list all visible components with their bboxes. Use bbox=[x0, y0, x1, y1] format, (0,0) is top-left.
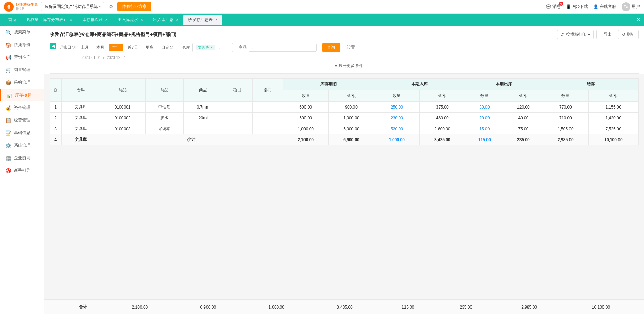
filter-area: ◀ 记账日期 上月 本月 本年 近7天 更多 bbox=[50, 43, 639, 74]
sidebar-item-finance[interactable]: 💰 资金管理 bbox=[0, 101, 44, 114]
row3-in-amt: 2,600.00 bbox=[419, 123, 465, 134]
row3-in-qty[interactable]: 520.00 bbox=[374, 123, 420, 134]
table-row: 1 文具库 0100001 中性笔 0.7mm 600.00 900.00 25… bbox=[50, 102, 639, 113]
row2-in-qty[interactable]: 230.00 bbox=[374, 113, 420, 123]
warehouse-tag-close[interactable]: × bbox=[211, 46, 213, 49]
user-menu[interactable]: Ea 用户 bbox=[622, 2, 640, 11]
expand-conditions-button[interactable]: ▾ 展开更多条件 bbox=[332, 62, 366, 70]
total-label: 合计 bbox=[61, 302, 105, 312]
subtotal-out-amt: 235.00 bbox=[504, 134, 543, 145]
subtotal-out-qty[interactable]: 115.00 bbox=[465, 134, 504, 145]
refresh-button[interactable]: ↺ 刷新 bbox=[618, 30, 639, 39]
operations-icon: 📋 bbox=[5, 118, 11, 123]
sidebar-item-enterprise[interactable]: 🏢 企业协同 bbox=[0, 152, 44, 164]
logo-tag: 标准版 bbox=[16, 7, 38, 11]
query-button[interactable]: 查询 bbox=[322, 43, 340, 52]
main-layout: 🔍 搜索菜单 🏠 快捷导航 📢 营销推广 🛒 销售管理 📦 采购管理 📊 库存核… bbox=[0, 26, 644, 314]
tab-stock-dist[interactable]: 现存量（库存分布表） × bbox=[22, 15, 77, 25]
filter-row-1: 记账日期 上月 本月 本年 近7天 更多 自定义 bbox=[59, 43, 639, 52]
row1-warehouse: 文具库 bbox=[62, 102, 100, 113]
row3-department bbox=[253, 123, 283, 134]
sidebar-item-quick-nav[interactable]: 🏠 快捷导航 bbox=[0, 38, 44, 51]
row2-out-qty[interactable]: 20.00 bbox=[465, 113, 504, 123]
row3-close-amt: 7,525.00 bbox=[588, 123, 638, 134]
date-shortcut-7days[interactable]: 近7天 bbox=[125, 44, 141, 51]
warehouse-more-icon[interactable]: ... bbox=[217, 45, 220, 50]
messages-badge: 6 bbox=[559, 2, 563, 6]
export-button[interactable]: ↑ 导出 bbox=[596, 30, 615, 39]
logo-area: 6 畅捷通好生意 标准版 bbox=[4, 2, 38, 12]
total-close-amt: 10,100.00 bbox=[563, 302, 639, 312]
print-button[interactable]: 🖨 按模板打印 ▾ bbox=[557, 30, 594, 39]
export-label: 导出 bbox=[604, 32, 612, 37]
collapse-button[interactable]: ◀ bbox=[50, 43, 56, 49]
search-icon: 🔍 bbox=[5, 30, 11, 35]
tab-inout-summary-close[interactable]: × bbox=[176, 18, 178, 22]
sidebar-item-guide[interactable]: 🎯 新手引导 bbox=[0, 164, 44, 177]
date-shortcut-more[interactable]: 更多 bbox=[143, 44, 157, 51]
tab-stock-dist-label: 现存量（库存分布表） bbox=[27, 17, 67, 23]
goods-filter-group: 商品 ... bbox=[238, 44, 317, 52]
guide-icon: 🎯 bbox=[5, 168, 11, 173]
total-out-qty: 115.00 bbox=[379, 302, 437, 312]
sidebar-item-sales[interactable]: 🛒 销售管理 bbox=[0, 64, 44, 76]
tab-recv-send[interactable]: 收发存汇总表 × bbox=[183, 15, 222, 25]
date-shortcut-this-year[interactable]: 本年 bbox=[109, 44, 123, 51]
table-header-goods-name: 商品 bbox=[145, 79, 184, 102]
table-settings-icon[interactable]: ⚙ bbox=[53, 87, 58, 93]
expand-row: ▾ 展开更多条件 bbox=[59, 62, 639, 70]
sidebar-item-basic-info[interactable]: 📝 基础信息 bbox=[0, 127, 44, 139]
sidebar-item-purchase[interactable]: 📦 采购管理 bbox=[0, 76, 44, 89]
export-icon: ↑ bbox=[600, 32, 602, 37]
tab-inout-flow-close[interactable]: × bbox=[141, 18, 143, 22]
filter-settings-button[interactable]: 设置 bbox=[342, 43, 360, 52]
page-actions: 🖨 按模板打印 ▾ ↑ 导出 ↺ 刷新 bbox=[557, 30, 639, 39]
sidebar-item-system[interactable]: ⚙️ 系统管理 bbox=[0, 139, 44, 152]
row3-out-qty[interactable]: 15.00 bbox=[465, 123, 504, 134]
goods-label: 商品 bbox=[238, 45, 247, 50]
online-service-button[interactable]: 👤 在线客服 bbox=[593, 4, 616, 10]
goods-selector[interactable]: ... bbox=[249, 44, 317, 52]
system-name: 装备及固定资产辅助管理系统 bbox=[45, 4, 98, 10]
app-download-button[interactable]: 📱 App下载 bbox=[566, 4, 588, 10]
row1-in-qty[interactable]: 250.00 bbox=[374, 102, 420, 113]
system-selector[interactable]: 装备及固定资产辅助管理系统 ▾ bbox=[41, 2, 104, 11]
experience-button[interactable]: 体验行业方案 bbox=[117, 2, 151, 11]
date-shortcut-custom[interactable]: 自定义 bbox=[158, 44, 177, 51]
app-download-label: App下载 bbox=[573, 4, 588, 10]
sidebar-item-inventory[interactable]: 📊 库存核算 bbox=[0, 89, 44, 101]
messages-button[interactable]: 💬 消息 6 bbox=[546, 4, 561, 10]
date-shortcuts: 上月 本月 本年 近7天 更多 自定义 bbox=[78, 44, 177, 51]
sidebar-label-marketing: 营销推广 bbox=[14, 54, 30, 60]
tab-batch[interactable]: 库存批次账 × bbox=[78, 15, 112, 25]
table-header-open-amt: 金额 bbox=[329, 90, 374, 102]
row3-num: 3 bbox=[50, 123, 62, 134]
sidebar-item-operations[interactable]: 📋 经营管理 bbox=[0, 114, 44, 127]
tab-recv-send-close[interactable]: × bbox=[215, 18, 217, 22]
goods-more-icon[interactable]: ... bbox=[252, 45, 256, 50]
avatar: Ea bbox=[622, 2, 630, 11]
tab-stock-dist-close[interactable]: × bbox=[70, 18, 72, 22]
row1-open-qty: 600.00 bbox=[283, 102, 329, 113]
total-close-qty: 2,985.00 bbox=[495, 302, 563, 312]
tab-home[interactable]: 首页 bbox=[3, 15, 21, 25]
date-shortcut-this-month[interactable]: 本月 bbox=[93, 44, 108, 51]
warehouse-selector[interactable]: 文具库 × ... bbox=[192, 43, 233, 52]
tab-bar-close-btn[interactable]: ✕ bbox=[636, 17, 641, 23]
gear-icon[interactable]: ⚙ bbox=[107, 3, 115, 11]
tab-inout-flow[interactable]: 出入库流水 × bbox=[113, 15, 148, 25]
sidebar-item-search[interactable]: 🔍 搜索菜单 bbox=[0, 26, 44, 38]
date-shortcut-last-month[interactable]: 上月 bbox=[78, 44, 92, 51]
table-header-open-qty: 数量 bbox=[283, 90, 329, 102]
top-header: 6 畅捷通好生意 标准版 装备及固定资产辅助管理系统 ▾ ⚙ 体验行业方案 💬 … bbox=[0, 0, 644, 14]
subtotal-in-qty[interactable]: 1,000.00 bbox=[374, 134, 420, 145]
tab-batch-close[interactable]: × bbox=[105, 18, 108, 22]
tab-inout-summary[interactable]: 出入库汇总 × bbox=[148, 15, 183, 25]
row2-goods-spec: 20ml bbox=[184, 113, 222, 123]
sidebar-label-basic-info: 基础信息 bbox=[14, 130, 30, 136]
total-open-amt: 6,900.00 bbox=[174, 302, 242, 312]
subtotal-open-qty: 2,100.00 bbox=[283, 134, 329, 145]
expand-label: 展开更多条件 bbox=[338, 63, 363, 69]
row1-out-qty[interactable]: 80.00 bbox=[465, 102, 504, 113]
sidebar-item-marketing[interactable]: 📢 营销推广 bbox=[0, 51, 44, 64]
